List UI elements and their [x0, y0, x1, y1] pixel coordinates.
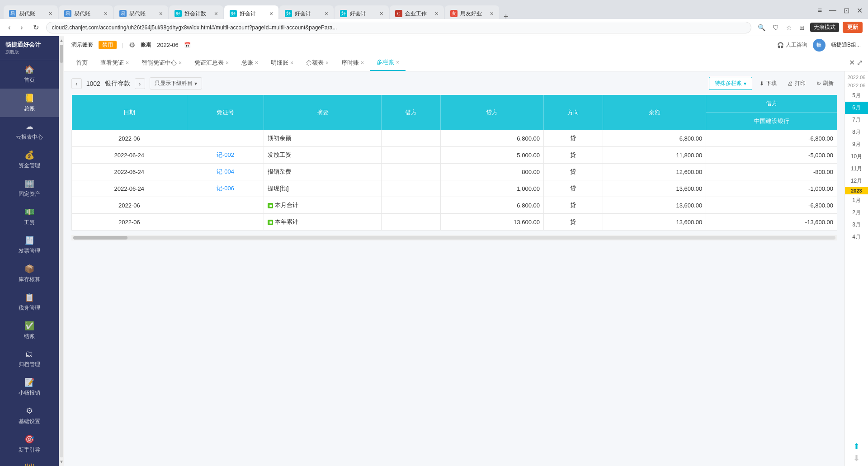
stealth-mode-button[interactable]: 无痕模式 [810, 23, 839, 32]
browser-tab[interactable]: 易 易代账 × [114, 5, 168, 19]
tab-general-ledger[interactable]: 总账 × [235, 55, 264, 71]
close-icon[interactable]: ✕ [855, 5, 864, 17]
sidebar-item-salary[interactable]: 💵 工资 [0, 202, 59, 231]
minimize-icon[interactable]: — [827, 5, 838, 16]
tab-close-icon[interactable]: × [361, 60, 364, 66]
tab-voucher[interactable]: 查看凭证 × [94, 55, 135, 71]
tab-close-icon[interactable]: × [214, 10, 218, 17]
address-input[interactable] [46, 22, 751, 33]
sidebar-item-tax[interactable]: 📋 税务管理 [0, 288, 59, 316]
sidebar-item-invoice[interactable]: 🧾 发票管理 [0, 231, 59, 259]
sidebar-scrollbar[interactable]: ▲ ▼ [59, 36, 64, 466]
search-icon[interactable]: 🔍 [756, 22, 767, 33]
scroll-thumb[interactable] [60, 45, 63, 63]
restore-icon[interactable]: ⊡ [842, 5, 851, 17]
month-item-1[interactable]: 1月 [845, 194, 868, 207]
sidebar-item-settings[interactable]: ⚙ 基础设置 [0, 401, 59, 430]
reload-button[interactable]: ↻ [30, 21, 42, 33]
browser-tab[interactable]: 好 好会计数 × [169, 5, 223, 19]
month-item-4[interactable]: 4月 [845, 231, 868, 243]
voucher-link[interactable]: 记-004 [217, 168, 234, 175]
sidebar-item-ledger[interactable]: 📒 总账 [0, 89, 59, 117]
tab-close-icon[interactable]: × [325, 10, 328, 17]
print-button[interactable]: 🖨 打印 [784, 77, 809, 89]
sidebar-item-home[interactable]: 🏠 首页 [0, 60, 59, 89]
tab-detail-ledger[interactable]: 明细账 × [264, 55, 300, 71]
scroll-track[interactable] [73, 236, 835, 240]
close-panel-button[interactable]: ✕ [849, 58, 855, 67]
prev-account-button[interactable]: ‹ [71, 78, 82, 89]
tab-close-icon[interactable]: × [269, 10, 273, 17]
browser-tab[interactable]: 好 好会计 × [335, 5, 389, 19]
tab-close-icon[interactable]: × [179, 60, 182, 66]
tab-close-icon[interactable]: × [396, 59, 399, 66]
expand-panel-button[interactable]: ⤢ [857, 58, 863, 67]
forward-button[interactable]: › [18, 22, 25, 33]
scroll-down-icon[interactable]: ▼ [59, 459, 64, 464]
month-item-2[interactable]: 2月 [845, 207, 868, 219]
sidebar-item-cloud-report[interactable]: ☁ 云报表中心 [0, 117, 59, 146]
tab-home[interactable]: 首页 [70, 55, 94, 71]
sidebar-item-fixed-assets[interactable]: 🏢 固定资产 [0, 174, 59, 202]
tab-close-icon[interactable]: × [490, 10, 494, 17]
settings-icon[interactable]: ⚙ [129, 41, 135, 49]
tab-list-icon[interactable]: ≡ [816, 5, 824, 16]
browser-tab[interactable]: 友 用友好业 × [445, 5, 499, 19]
next-account-button[interactable]: › [135, 78, 145, 89]
tab-close-icon[interactable]: × [255, 60, 258, 66]
refresh-button[interactable]: ↻ 刷新 [813, 77, 837, 89]
voucher-link[interactable]: 记-006 [217, 185, 234, 192]
sidebar-item-member[interactable]: 👑 畅会员 [0, 458, 59, 466]
tab-smart-voucher[interactable]: 智能凭证中心 × [135, 55, 188, 71]
scroll-track[interactable] [60, 45, 63, 457]
tab-voucher-summary[interactable]: 凭证汇总表 × [188, 55, 235, 71]
month-item-8[interactable]: 8月 [845, 126, 868, 138]
download-button[interactable]: ⬇ 下载 [756, 77, 780, 89]
bottom-scrollbar[interactable] [71, 235, 837, 240]
sidebar-toggle-icon[interactable]: ⊞ [797, 22, 807, 33]
scroll-thumb[interactable] [73, 236, 127, 240]
tab-balance[interactable]: 余额表 × [300, 55, 335, 71]
special-multi-button[interactable]: 特殊多栏账 ▾ [709, 77, 752, 90]
tab-close-icon[interactable]: × [49, 10, 52, 17]
month-item-6[interactable]: 6月 [845, 102, 868, 114]
month-item-7[interactable]: 7月 [845, 114, 868, 126]
tab-close-icon[interactable]: × [104, 10, 108, 17]
tab-close-icon[interactable]: × [326, 60, 329, 66]
browser-tab-active[interactable]: 好 好会计 × [224, 5, 278, 19]
voucher-link[interactable]: 记-002 [217, 151, 234, 158]
month-item-9[interactable]: 9月 [845, 138, 868, 151]
browser-tab[interactable]: 易 易代账 × [59, 5, 113, 19]
browser-tab[interactable]: 易 易代账 × [4, 5, 58, 19]
tab-close-icon[interactable]: × [226, 60, 229, 66]
consult-button[interactable]: 🎧 人工咨询 [777, 41, 807, 49]
scroll-down-circle[interactable]: ⬇ [853, 453, 860, 463]
sub-filter-dropdown[interactable]: 只显示下级科目 ▾ [150, 77, 202, 89]
update-button[interactable]: 更新 [843, 22, 863, 33]
sidebar-item-close-period[interactable]: ✅ 结账 [0, 316, 59, 345]
sidebar-item-inventory[interactable]: 📦 库存核算 [0, 259, 59, 288]
sidebar-item-expense[interactable]: 📝 小畅报销 [0, 373, 59, 401]
browser-tab[interactable]: C 企业工作 × [390, 5, 444, 19]
scroll-up-icon[interactable]: ▲ [59, 38, 64, 43]
month-item-3[interactable]: 3月 [845, 219, 868, 231]
tab-journal[interactable]: 序时账 × [335, 55, 370, 71]
tab-close-icon[interactable]: × [435, 10, 439, 17]
month-item-5[interactable]: 5月 [845, 89, 868, 102]
scroll-up-circle[interactable]: ⬆ [853, 442, 860, 452]
sidebar-item-fund[interactable]: 💰 资金管理 [0, 146, 59, 174]
month-item-11[interactable]: 11月 [845, 163, 868, 175]
browser-tab[interactable]: 好 好会计 × [279, 5, 334, 19]
tab-multi-column[interactable]: 多栏账 × [370, 55, 406, 71]
new-tab-button[interactable]: + [500, 12, 512, 19]
tab-close-icon[interactable]: × [126, 60, 129, 66]
star-icon[interactable]: ☆ [784, 22, 794, 33]
tab-close-icon[interactable]: × [290, 60, 293, 66]
sidebar-item-archive[interactable]: 🗂 归档管理 [0, 345, 59, 373]
month-item-10[interactable]: 10月 [845, 151, 868, 163]
calendar-icon[interactable]: 📅 [184, 42, 191, 48]
tab-close-icon[interactable]: × [380, 10, 383, 17]
back-button[interactable]: ‹ [5, 22, 13, 33]
month-item-12[interactable]: 12月 [845, 175, 868, 187]
tab-close-icon[interactable]: × [159, 10, 163, 17]
